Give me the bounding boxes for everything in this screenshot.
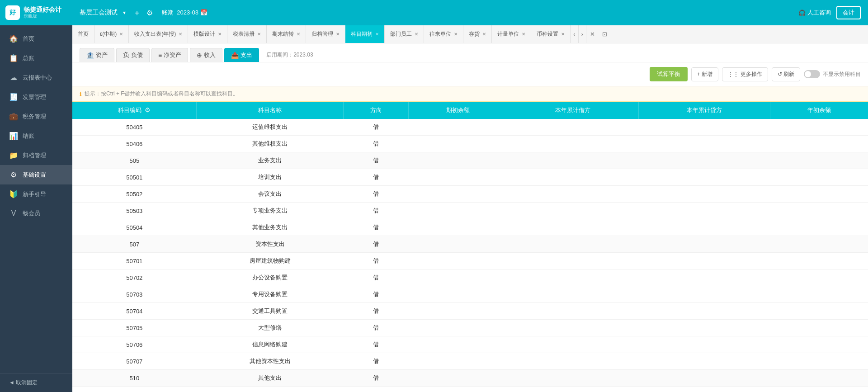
- cell-debit: [507, 286, 638, 303]
- toggle-knob: [805, 71, 811, 77]
- tab-close-icon[interactable]: ✕: [119, 32, 123, 37]
- tab-close-icon[interactable]: ✕: [454, 32, 458, 37]
- tab-----[interactable]: 币种设置✕: [531, 25, 571, 43]
- table-row[interactable]: 50705 大型修缮 借: [72, 320, 868, 336]
- table-row[interactable]: 50703 专用设备购置 借: [72, 286, 868, 303]
- main-area: 基层工会测试 ▾ ＋ ⚙ 账期 2023-03 📅 🎧 人工咨询 会计 首页ε(…: [72, 0, 868, 392]
- add-company-btn[interactable]: ＋: [133, 7, 141, 18]
- table-container[interactable]: 科目编码 ⚙ 科目名称 方向 期初余额 本年累计借方 本年累计贷方 年初余额 5…: [72, 102, 868, 392]
- sub-tab-负债[interactable]: 负负债: [116, 48, 150, 62]
- cell-code: 505: [72, 152, 197, 169]
- tab-close-icon[interactable]: ✕: [375, 32, 379, 37]
- table-row[interactable]: 50704 交通工具购置 借: [72, 303, 868, 320]
- tab-close-icon[interactable]: ✕: [297, 32, 300, 37]
- tab-close-icon[interactable]: ✕: [218, 32, 222, 37]
- col-code-settings-icon[interactable]: ⚙: [145, 106, 151, 113]
- tab-----[interactable]: 往来单位✕: [424, 25, 463, 43]
- cell-year-balance: [770, 353, 868, 370]
- table-row[interactable]: 507 资本性支出 借: [72, 236, 868, 253]
- table-row[interactable]: 50706 信息网络购建 借: [72, 336, 868, 353]
- tab-close-icon[interactable]: ✕: [257, 32, 261, 37]
- content-area: 🏦资产负负债≡净资产⊕收入📤支出启用期间：2023.03 试算平衡 + 新增 ⋮…: [72, 43, 868, 392]
- table-row[interactable]: 50405 运值维权支出 借: [72, 119, 868, 136]
- tab-----[interactable]: 部门员工✕: [385, 25, 424, 43]
- tab-----[interactable]: 归档管理✕: [306, 25, 345, 43]
- sidebar-item-settlement[interactable]: 📊结账: [0, 126, 72, 146]
- tab-----[interactable]: 科目期初✕: [345, 25, 385, 43]
- table-row[interactable]: 50504 其他业务支出 借: [72, 219, 868, 236]
- service-btn[interactable]: 🎧 人工咨询: [798, 9, 831, 17]
- refresh-btn[interactable]: ↺ 刷新: [772, 67, 800, 81]
- tab------[interactable]: ε(中期)✕: [94, 25, 129, 43]
- logo-sub: 旗舰版: [24, 13, 61, 19]
- more-ops-btn[interactable]: ⋮⋮ 更多操作: [722, 67, 768, 81]
- cell-name: 其他业务支出: [197, 219, 344, 236]
- tab-close-icon[interactable]: ✕: [482, 32, 486, 37]
- tab-----[interactable]: 期末结转✕: [267, 25, 306, 43]
- user-btn[interactable]: 会计: [836, 6, 861, 19]
- cell-debit: [507, 353, 638, 370]
- tab-----[interactable]: 模版设计✕: [188, 25, 227, 43]
- cell-debit: [507, 370, 638, 387]
- table-row[interactable]: 50406 其他维权支出 借: [72, 136, 868, 152]
- sidebar-item-guide[interactable]: 🔰新手引导: [0, 184, 72, 204]
- sidebar-footer[interactable]: ◄ 取消固定: [0, 373, 72, 392]
- tab-next-btn[interactable]: ›: [579, 25, 586, 43]
- toggle-switch[interactable]: [804, 70, 820, 78]
- company-dropdown-icon[interactable]: ▾: [123, 9, 126, 16]
- trial-balance-btn[interactable]: 试算平衡: [650, 67, 688, 81]
- tab-expand-btn[interactable]: ⊡: [599, 25, 611, 43]
- cell-direction: 借: [344, 236, 409, 253]
- table-row[interactable]: 50501 培训支出 借: [72, 169, 868, 186]
- tab-close-icon[interactable]: ✕: [179, 32, 182, 37]
- cell-name: 其他维权支出: [197, 136, 344, 152]
- tab-----[interactable]: 计量单位✕: [492, 25, 531, 43]
- tab-prev-btn[interactable]: ‹: [571, 25, 578, 43]
- sidebar-item-settings[interactable]: ⚙基础设置: [0, 165, 72, 184]
- tab-close-icon[interactable]: ✕: [415, 32, 418, 37]
- sub-tab-资产[interactable]: 🏦资产: [80, 48, 114, 62]
- sidebar-item-tax[interactable]: 💼税务管理: [0, 107, 72, 126]
- table-row[interactable]: 50702 办公设备购置 借: [72, 269, 868, 286]
- tab----------[interactable]: 收入支出表(年报)✕: [129, 25, 188, 43]
- sub-tab-icon-净资产: ≡: [158, 52, 162, 59]
- sidebar-item-ledger[interactable]: 📋总账: [0, 48, 72, 68]
- add-btn[interactable]: + 新增: [691, 67, 718, 81]
- tab-close-icon[interactable]: ✕: [336, 32, 340, 37]
- table-row[interactable]: 505 业务支出 借: [72, 152, 868, 169]
- header-settings-icon[interactable]: ⚙: [146, 9, 153, 17]
- tab-label: 部门员工: [390, 30, 412, 38]
- sidebar-label-settings: 基础设置: [23, 171, 46, 179]
- cell-debit: [507, 219, 638, 236]
- table-row[interactable]: 50701 房屋建筑物购建 借: [72, 253, 868, 269]
- cell-credit: [639, 236, 770, 253]
- cell-name: 业务支出: [197, 152, 344, 169]
- tab---[interactable]: 存货✕: [463, 25, 492, 43]
- sidebar-item-home[interactable]: 🏠首页: [0, 29, 72, 48]
- tab-close-icon[interactable]: ✕: [522, 32, 525, 37]
- table-row[interactable]: 510 其他支出 借: [72, 370, 868, 387]
- table-row[interactable]: 50503 专项业务支出 借: [72, 203, 868, 219]
- account-period: 账期 2023-03 📅: [162, 9, 208, 17]
- cell-code: 50706: [72, 336, 197, 353]
- sidebar-item-reports[interactable]: ☁云报表中心: [0, 68, 72, 87]
- tab-close-icon[interactable]: ✕: [561, 32, 565, 37]
- sidebar-item-member[interactable]: V畅会员: [0, 204, 72, 223]
- tab---[interactable]: 首页: [72, 25, 94, 43]
- tab-label: 科目期初: [351, 30, 373, 38]
- cell-direction: 借: [344, 370, 409, 387]
- tip-icon: ℹ: [80, 91, 82, 97]
- member-icon: V: [9, 209, 18, 217]
- tab-close-all-btn[interactable]: ✕: [586, 25, 599, 43]
- tab-----[interactable]: 税表清册✕: [227, 25, 267, 43]
- cell-credit: [639, 119, 770, 136]
- sub-tab-净资产[interactable]: ≡净资产: [151, 48, 188, 62]
- sidebar-item-archive[interactable]: 📁归档管理: [0, 146, 72, 165]
- sub-tab-收入[interactable]: ⊕收入: [190, 48, 222, 62]
- sub-tab-支出[interactable]: 📤支出: [224, 48, 259, 62]
- cell-debit: [507, 169, 638, 186]
- table-row[interactable]: 50502 会议支出 借: [72, 186, 868, 203]
- sidebar-item-invoice[interactable]: 🧾发票管理: [0, 87, 72, 107]
- cell-balance: [409, 152, 507, 169]
- table-row[interactable]: 50707 其他资本性支出 借: [72, 353, 868, 370]
